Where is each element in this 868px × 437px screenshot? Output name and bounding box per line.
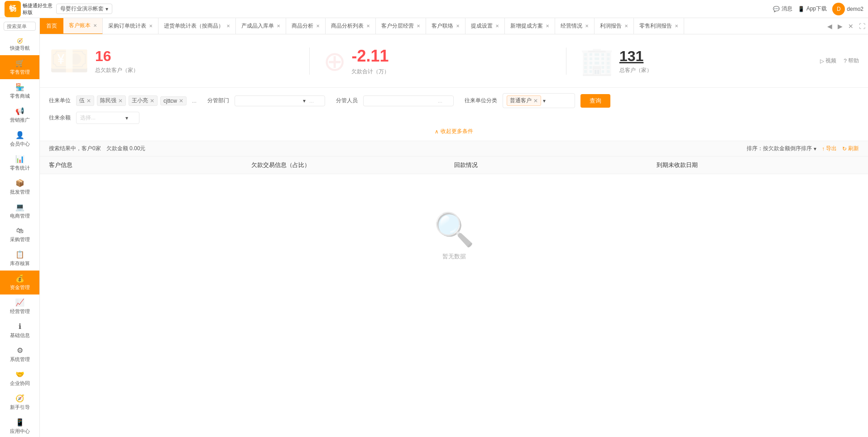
tab-11[interactable]: 利润报告✕ bbox=[595, 18, 634, 34]
logo-icon: 畅 bbox=[5, 1, 21, 17]
tab-3[interactable]: 产成品入库单✕ bbox=[236, 18, 286, 34]
remove-tag-2[interactable]: ✕ bbox=[150, 98, 154, 104]
sidebar-item-10[interactable]: 📈经营管理 bbox=[0, 294, 39, 318]
tab-home[interactable]: 首页 bbox=[40, 18, 63, 34]
sidebar-item-14[interactable]: 🧭新手引导 bbox=[0, 390, 39, 414]
bg-icon-right: 🏢 bbox=[580, 45, 614, 77]
empty-state: 🔍 暂无数据 bbox=[40, 174, 868, 297]
sidebar-icon-8: 📋 bbox=[15, 250, 24, 259]
dots-icon-person: ... bbox=[438, 98, 442, 104]
sidebar-item-13[interactable]: 🤝企业协同 bbox=[0, 366, 39, 390]
refresh-btn[interactable]: ↻ 刷新 bbox=[842, 145, 859, 152]
col-debt-info: 欠款交易信息（占比） bbox=[251, 161, 454, 169]
tab-close-7[interactable]: ✕ bbox=[456, 24, 460, 28]
sidebar-item-7[interactable]: 🛍采购管理 bbox=[0, 223, 39, 247]
tab-close-4[interactable]: ✕ bbox=[316, 24, 320, 28]
tab-close-3[interactable]: ✕ bbox=[277, 24, 280, 28]
logo-area: 畅 畅捷通好生意 标版 bbox=[5, 1, 53, 17]
sidebar-item-8[interactable]: 📋库存核算 bbox=[0, 247, 39, 271]
tab-1[interactable]: 采购订单统计表✕ bbox=[103, 18, 158, 34]
tab-10[interactable]: 经营情况✕ bbox=[555, 18, 595, 34]
tab-close-11[interactable]: ✕ bbox=[624, 24, 628, 28]
tab-close-5[interactable]: ✕ bbox=[366, 24, 370, 28]
tab-6[interactable]: 客户分层经营✕ bbox=[376, 18, 426, 34]
tab-close-0[interactable]: ✕ bbox=[93, 23, 97, 28]
tab-0[interactable]: 客户账本✕ bbox=[63, 18, 103, 34]
sidebar-search-area bbox=[0, 18, 39, 34]
sidebar-item-9[interactable]: 💰资金管理 bbox=[0, 271, 39, 294]
person-filter-label: 分管人员 bbox=[336, 97, 358, 104]
sidebar-item-5[interactable]: 📦批发管理 bbox=[0, 175, 39, 199]
video-help-btn[interactable]: ▷ 视频 bbox=[820, 57, 836, 65]
table-header: 客户信息 欠款交易信息（占比） 回款情况 到期未收款日期 bbox=[40, 157, 868, 174]
tab-2[interactable]: 进货单统计表（按商品）✕ bbox=[158, 18, 236, 34]
refresh-icon: ↻ bbox=[842, 146, 847, 152]
tab-scroll-left-btn[interactable]: ◀ bbox=[825, 23, 835, 30]
remove-tag-0[interactable]: ✕ bbox=[86, 98, 91, 104]
sidebar-item-6[interactable]: 💻电商管理 bbox=[0, 199, 39, 223]
results-debt: 欠款金额 0.00元 bbox=[106, 145, 146, 152]
tab-5[interactable]: 商品分析列表✕ bbox=[326, 18, 376, 34]
search-input[interactable] bbox=[4, 22, 36, 31]
export-btn[interactable]: ↑ 导出 bbox=[822, 145, 837, 152]
tab-close-8[interactable]: ✕ bbox=[495, 24, 499, 28]
collapse-btn[interactable]: ∧ 收起更多条件 bbox=[435, 128, 473, 135]
sidebar-item-2[interactable]: 📢营销推广 bbox=[0, 103, 39, 127]
balance-select[interactable]: 选择... ▾ bbox=[76, 112, 139, 124]
stats-row: 💴 16 总欠款客户（家） ⊕ -2.11 欠款合计（万） bbox=[40, 34, 868, 88]
query-button[interactable]: 查询 bbox=[580, 94, 610, 108]
sidebar-item-4[interactable]: 📊零售统计 bbox=[0, 151, 39, 175]
sidebar-item-15[interactable]: 📱应用中心 bbox=[0, 414, 39, 437]
dept-select[interactable]: ▾ ... bbox=[235, 95, 325, 106]
tab-scroll-right-btn[interactable]: ▶ bbox=[835, 23, 845, 30]
tab-close-9[interactable]: ✕ bbox=[546, 24, 549, 28]
download-icon: 📱 bbox=[798, 6, 805, 12]
debt-customers-label: 总欠款客户（家） bbox=[95, 66, 139, 74]
sidebar-item-3[interactable]: 👤会员中心 bbox=[0, 127, 39, 151]
sidebar-item-0[interactable]: 🛒零售管理 bbox=[0, 55, 39, 79]
stat-block-total-customers: 131 总客户（家） bbox=[619, 48, 820, 74]
tab-close-1[interactable]: ✕ bbox=[149, 24, 153, 28]
tab-close-all-btn[interactable]: ✕ bbox=[845, 23, 856, 30]
tab-4[interactable]: 商品分析✕ bbox=[286, 18, 326, 34]
tab-close-12[interactable]: ✕ bbox=[675, 24, 678, 28]
sidebar-icon-5: 📦 bbox=[15, 179, 24, 187]
col-repayment: 回款情况 bbox=[454, 161, 657, 169]
dept-filter-label: 分管部门 bbox=[207, 97, 229, 104]
user-avatar-btn[interactable]: D demo2 bbox=[832, 3, 863, 15]
tab-close-2[interactable]: ✕ bbox=[226, 24, 230, 28]
remove-tag-1[interactable]: ✕ bbox=[118, 98, 123, 104]
sidebar-item-quick-nav[interactable]: 🧭 快捷导航 bbox=[0, 34, 39, 55]
sidebar-icon-7: 🛍 bbox=[16, 227, 24, 235]
question-icon: ? bbox=[844, 58, 847, 64]
tab-12[interactable]: 零售利润报告✕ bbox=[634, 18, 684, 34]
sidebar-item-11[interactable]: ℹ基础信息 bbox=[0, 318, 39, 342]
tab-close-6[interactable]: ✕ bbox=[417, 24, 420, 28]
remove-tag-3[interactable]: ✕ bbox=[179, 98, 183, 104]
sort-select[interactable]: 排序：按欠款金额倒序排序 ▾ bbox=[747, 145, 816, 152]
person-select[interactable]: ... bbox=[363, 95, 454, 106]
tab-8[interactable]: 提成设置✕ bbox=[465, 18, 505, 34]
tab-close-10[interactable]: ✕ bbox=[585, 24, 589, 28]
sidebar-item-12[interactable]: ⚙系统管理 bbox=[0, 342, 39, 366]
app-download-btn[interactable]: 📱 App下载 bbox=[798, 5, 827, 13]
tab-9[interactable]: 新增提成方案✕ bbox=[505, 18, 555, 34]
chevron-down-icon-type: ▾ bbox=[543, 98, 546, 104]
message-btn[interactable]: 💬 消息 bbox=[773, 5, 792, 13]
dots-icon-dept: ... bbox=[309, 98, 314, 104]
help-btn[interactable]: ? 帮助 bbox=[844, 57, 859, 65]
sidebar-icon-3: 👤 bbox=[15, 131, 24, 139]
compass-icon: 🧭 bbox=[17, 38, 23, 44]
unit-type-select[interactable]: 普通客户 ✕ ▾ bbox=[503, 93, 575, 108]
remove-unit-type-tag[interactable]: ✕ bbox=[533, 98, 538, 104]
more-tags-btn[interactable]: ... bbox=[192, 98, 197, 104]
sidebar-item-1[interactable]: 🏪零售商城 bbox=[0, 79, 39, 103]
account-dropdown[interactable]: 母婴行业演示帐套 ▾ bbox=[56, 4, 112, 14]
tab-7[interactable]: 客户联络✕ bbox=[426, 18, 465, 34]
sidebar-icon-0: 🛒 bbox=[15, 59, 24, 67]
unit-filter-label: 往来单位 bbox=[49, 97, 71, 104]
play-icon: ▷ bbox=[820, 58, 824, 64]
tab-expand-btn[interactable]: ⛶ bbox=[856, 23, 868, 30]
total-customers-label: 总客户（家） bbox=[619, 66, 652, 74]
sidebar-icon-11: ℹ bbox=[19, 322, 21, 331]
